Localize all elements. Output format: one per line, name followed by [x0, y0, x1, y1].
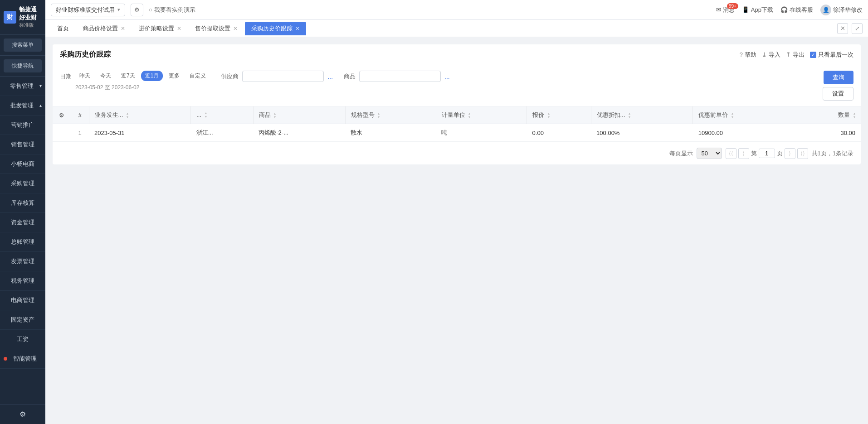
- tab-price-extract[interactable]: 售价提取设置 ✕: [189, 22, 244, 35]
- date-7days[interactable]: 近7天: [117, 71, 139, 81]
- sidebar-item-marketing-label: 营销推广: [4, 121, 42, 129]
- tab-purchase-strategy-label: 进价策略设置: [139, 24, 174, 33]
- sidebar-item-wholesale[interactable]: 批发管理 ▴: [0, 96, 45, 116]
- last-page-button[interactable]: ⟩⟩: [797, 148, 808, 159]
- sidebar-item-retail[interactable]: 零售管理 ▾: [0, 77, 45, 96]
- sidebar-item-ledger[interactable]: 总账管理: [0, 232, 45, 252]
- table-row: 1 2023-05-31 浙江... 丙烯酸-2-... 散水 吨 0.00 1…: [53, 124, 861, 142]
- col-discount[interactable]: 优惠折扣... ▴▾: [591, 106, 693, 124]
- sidebar-item-tax[interactable]: 税务管理: [0, 271, 45, 291]
- goods-input[interactable]: [359, 71, 441, 82]
- filter-actions: 查询 设置: [823, 71, 853, 101]
- sidebar-item-invoice[interactable]: 发票管理: [0, 252, 45, 271]
- sort-icon-unit: ▴▾: [468, 112, 470, 119]
- supplier-input-group: ...: [242, 71, 333, 82]
- row-price: 0.00: [527, 124, 591, 142]
- per-page-select[interactable]: 50 100 200: [697, 148, 722, 159]
- search-menu-button[interactable]: 搜索菜单: [4, 39, 42, 52]
- only-last-checkbox[interactable]: ✓ 只看最后一次: [810, 51, 853, 59]
- export-icon: ⤒: [786, 51, 791, 58]
- user-button[interactable]: 👤 徐泽华修改: [820, 5, 863, 15]
- sidebar-item-ecommerce[interactable]: 电商管理: [0, 291, 45, 310]
- import-button[interactable]: ⤓ 导入: [762, 51, 780, 59]
- date-range-display: 2023-05-02 至 2023-06-02: [75, 84, 210, 92]
- sidebar-item-finance[interactable]: 资金管理: [0, 213, 45, 232]
- sidebar-item-tax-label: 税务管理: [4, 277, 42, 285]
- next-page-button[interactable]: ⟩: [785, 148, 795, 159]
- headset-icon: 🎧: [780, 6, 788, 13]
- tab-purchase-history[interactable]: 采购历史价跟踪 ✕: [245, 22, 306, 35]
- col-more[interactable]: ... ▴▾: [191, 106, 254, 124]
- date-custom[interactable]: 自定义: [185, 71, 210, 81]
- smart-dot: [4, 357, 7, 361]
- col-unit[interactable]: 计量单位 ▴▾: [436, 106, 527, 124]
- date-more[interactable]: 更多: [165, 71, 184, 81]
- gear-icon[interactable]: ⚙: [20, 410, 26, 418]
- tab-home[interactable]: 首页: [51, 22, 75, 35]
- col-date[interactable]: 业务发生... ▴▾: [89, 106, 191, 124]
- service-button[interactable]: 🎧 在线客服: [780, 6, 813, 14]
- sidebar-item-assets[interactable]: 固定资产: [0, 310, 45, 330]
- user-label: 徐泽华修改: [833, 6, 863, 14]
- demo-link[interactable]: ○ 我要看实例演示: [149, 6, 195, 14]
- help-button[interactable]: ? 帮助: [740, 51, 756, 59]
- row-spec: 散水: [345, 124, 436, 142]
- row-discount: 100.00%: [591, 124, 693, 142]
- sidebar-item-finance-label: 资金管理: [4, 218, 42, 226]
- sidebar-item-marketing[interactable]: 营销推广: [0, 116, 45, 135]
- sort-icon-price: ▴▾: [548, 112, 550, 119]
- sidebar-item-inventory[interactable]: 库存核算: [0, 193, 45, 213]
- message-button[interactable]: ✉ 消息 99+: [716, 6, 735, 14]
- goods-dots-button[interactable]: ...: [444, 73, 450, 80]
- page-input[interactable]: [759, 149, 775, 158]
- filter-settings-button[interactable]: 设置: [823, 87, 853, 101]
- settings-icon-button[interactable]: ⚙: [131, 4, 143, 16]
- sidebar-bottom: ⚙: [0, 404, 45, 424]
- supplier-input[interactable]: [242, 71, 324, 82]
- export-button[interactable]: ⤒ 导出: [786, 51, 805, 59]
- close-tab-button[interactable]: ✕: [837, 23, 848, 34]
- sidebar-item-salary[interactable]: 工资: [0, 330, 45, 349]
- sidebar-item-purchase-label: 采购管理: [4, 179, 42, 188]
- tab-purchase-strategy[interactable]: 进价策略设置 ✕: [132, 22, 188, 35]
- sidebar-item-smart[interactable]: 智能管理: [0, 349, 45, 369]
- date-yesterday[interactable]: 昨天: [75, 71, 94, 81]
- expand-button[interactable]: ⤢: [852, 23, 863, 34]
- col-spec[interactable]: 规格型号 ▴▾: [345, 106, 436, 124]
- page-header: 采购历史价跟踪 ? 帮助 ⤓ 导入 ⤒ 导出 ✓: [53, 44, 861, 65]
- sidebar-item-sales[interactable]: 销售管理: [0, 135, 45, 154]
- service-label: 在线客服: [790, 6, 813, 14]
- col-qty[interactable]: 数量 ▴▾: [797, 106, 861, 124]
- date-today[interactable]: 今天: [96, 71, 115, 81]
- col-ori-price[interactable]: 优惠前单价 ▴▾: [693, 106, 797, 124]
- sidebar-item-ecommerce-label: 电商管理: [4, 296, 42, 304]
- tab-price-extract-close[interactable]: ✕: [233, 25, 238, 32]
- col-price[interactable]: 报价 ▴▾: [527, 106, 591, 124]
- filter-supplier-group: 供应商 ...: [221, 71, 333, 82]
- col-goods[interactable]: 商品 ▴▾: [253, 106, 345, 124]
- tab-goods-price-close[interactable]: ✕: [121, 25, 125, 32]
- avatar: 👤: [820, 5, 831, 15]
- date-1month[interactable]: 近1月: [141, 71, 163, 81]
- sidebar-item-purchase[interactable]: 采购管理: [0, 174, 45, 193]
- version-selector[interactable]: 好业财标准版交付试用 ▾: [51, 4, 125, 16]
- first-page-button[interactable]: ⟨⟨: [726, 148, 736, 159]
- tab-goods-price[interactable]: 商品价格设置 ✕: [76, 22, 132, 35]
- sidebar-item-ecommerce-small[interactable]: 小畅电商: [0, 154, 45, 174]
- version-label: 好业财标准版交付试用: [56, 6, 115, 14]
- sidebar-item-inventory-label: 库存核算: [4, 199, 42, 207]
- page-actions: ? 帮助 ⤓ 导入 ⤒ 导出 ✓ 只看最后一次: [740, 51, 853, 59]
- quicknav-button[interactable]: 快捷导航: [4, 59, 42, 72]
- query-button[interactable]: 查询: [824, 71, 853, 84]
- tab-purchase-strategy-close[interactable]: ✕: [177, 25, 181, 32]
- help-label: 帮助: [745, 51, 756, 59]
- app-download-button[interactable]: 📱 App下载: [742, 6, 773, 14]
- table-header-row: ⚙ # 业务发生... ▴▾ ... ▴▾ 商品: [53, 106, 861, 124]
- supplier-dots-button[interactable]: ...: [327, 73, 333, 80]
- logo-icon: 财: [4, 11, 16, 24]
- prev-page-button[interactable]: ⟨: [738, 148, 749, 159]
- tab-purchase-history-close[interactable]: ✕: [295, 25, 300, 32]
- checkbox-icon: ✓: [810, 52, 816, 58]
- row-goods: 丙烯酸-2-...: [253, 124, 345, 142]
- play-icon: ○: [149, 6, 152, 13]
